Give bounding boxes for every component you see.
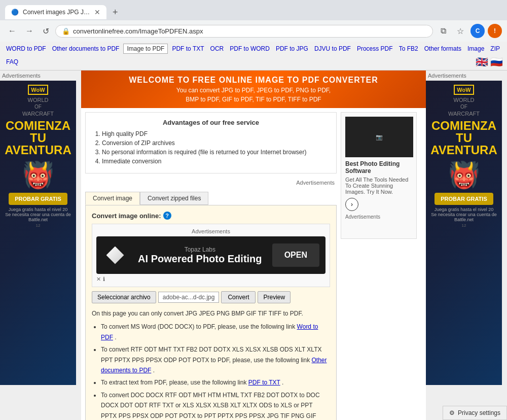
side-ad-label: Advertisements	[345, 214, 412, 220]
nav-other-formats[interactable]: Other formats	[422, 44, 463, 53]
pdf-to-txt-link[interactable]: PDF to TXT	[248, 379, 280, 386]
url-display: convertonlinefree.com/ImageToPDFEN.aspx	[73, 27, 426, 35]
tab-convert-image[interactable]: Convert image	[85, 192, 140, 205]
info-list: To convert MS Word (DOC DOCX) to PDF, pl…	[92, 322, 330, 420]
page-wrapper: WORD to PDF Other documents to PDF Image…	[0, 42, 507, 420]
ad-info-btn[interactable]: ℹ	[103, 276, 105, 283]
topaz-brand: Topaz Labs	[134, 246, 266, 253]
nav-pdf-to-word[interactable]: PDF to WORD	[228, 44, 272, 53]
browser-chrome: 🔵 Convert images JPG JPEG PNG B... ✕ + ←…	[0, 0, 507, 42]
wow-ad-right: WoW WORLD OF WARCRAFT COMIENZA TU AVENTU…	[426, 81, 502, 385]
wow-orc-icon-r: 👹	[448, 160, 480, 190]
reload-button[interactable]: ↺	[40, 24, 52, 38]
nav-zip[interactable]: ZIP	[488, 44, 502, 53]
browser-toolbar: ← → ↺ 🔒 convertonlinefree.com/ImageToPDF…	[0, 20, 507, 42]
wow-rating-text: Juega gratis hasta el nivel 20Se necesit…	[4, 207, 72, 222]
nav-pdf-to-jpg[interactable]: PDF to JPG	[274, 44, 310, 53]
tab-close-btn[interactable]: ✕	[94, 8, 100, 16]
privacy-label: Privacy settings	[458, 409, 500, 416]
privacy-icon: ⚙	[449, 409, 455, 416]
back-button[interactable]: ←	[5, 24, 19, 38]
nav-image-to-pdf[interactable]: Image to PDF	[123, 44, 168, 54]
nav-ocr[interactable]: OCR	[208, 44, 226, 53]
flag-ru-icon[interactable]: 🇷🇺	[490, 56, 503, 68]
info-item-1: To convert MS Word (DOC DOCX) to PDF, pl…	[101, 322, 330, 342]
nav-word-to-pdf[interactable]: WORD to PDF	[4, 44, 48, 53]
convert-button[interactable]: Convert	[221, 291, 256, 303]
banner-subtitle2: BMP to PDF, GIF to PDF, TIF to PDF, TIFF…	[86, 96, 421, 103]
wow-orc-icon: 👹	[22, 160, 54, 190]
info-item-2: To convert RTF ODT MHT TXT FB2 DOT DOTX …	[101, 344, 330, 375]
wow-ad-left: WoW WORLD OF WARCRAFT COMIENZA TU AVENTU…	[0, 81, 76, 385]
advantage-item-3: No personal information is required (fil…	[102, 149, 330, 156]
header-banner: WELCOME TO FREE ONLINE IMAGE TO PDF CONV…	[81, 71, 426, 108]
help-icon[interactable]: ?	[163, 212, 171, 220]
wow-logo: WoW	[28, 85, 48, 95]
advantages-heading: Advantages of our free service	[92, 119, 330, 126]
nav-faq[interactable]: FAQ	[4, 57, 20, 66]
wow-aventura-r: AVENTURA	[430, 144, 497, 156]
convert-online-text: Convert image online:	[92, 212, 161, 220]
tab-convert-zipped[interactable]: Convert zipped files	[140, 192, 208, 205]
right-ad-box[interactable]: WoW WORLD OF WARCRAFT COMIENZA TU AVENTU…	[426, 81, 502, 385]
new-tab-button[interactable]: +	[108, 5, 122, 20]
address-bar[interactable]: 🔒 convertonlinefree.com/ImageToPDFEN.asp…	[55, 25, 433, 38]
flag-uk-icon[interactable]: 🇬🇧	[476, 56, 488, 68]
privacy-bar[interactable]: ⚙ Privacy settings	[443, 406, 507, 420]
selected-file-name: adobe-ac...d-dc.jpg	[158, 292, 220, 303]
wow-world: WORLD	[28, 97, 49, 103]
left-ad-box[interactable]: WoW WORLD OF WARCRAFT COMIENZA TU AVENTU…	[0, 81, 76, 385]
advantage-item-2: Conversion of ZIP archives	[102, 139, 330, 147]
nav-other-docs[interactable]: Other documents to PDF	[50, 44, 122, 53]
nav-bar: WORD to PDF Other documents to PDF Image…	[0, 42, 507, 71]
topaz-open-btn[interactable]: OPEN	[272, 243, 319, 267]
nav-to-fb2[interactable]: To FB2	[397, 44, 420, 53]
wow-world-r: WORLD	[454, 97, 475, 103]
browser-tab[interactable]: 🔵 Convert images JPG JPEG PNG B... ✕	[5, 5, 106, 19]
main-layout: Advertisements WoW WORLD OF WARCRAFT COM…	[0, 71, 507, 420]
info-item-3: To extract text from PDF, please, use th…	[101, 377, 330, 388]
side-ad-area: 📷 Best Photo Editing Software Get All Th…	[341, 112, 422, 420]
select-file-button[interactable]: Seleccionar archivo	[92, 291, 156, 303]
nav-pdf-to-txt[interactable]: PDF to TXT	[170, 44, 206, 53]
left-ad-sidebar: Advertisements WoW WORLD OF WARCRAFT COM…	[0, 71, 81, 420]
wow-age-rating: 12	[36, 223, 41, 228]
profile-button[interactable]: C	[470, 24, 485, 38]
convert-online-label: Convert image online: ?	[92, 212, 330, 220]
convert-tabs: Convert image Convert zipped files	[85, 192, 337, 205]
info-item-4: To convert DOC DOCX RTF ODT MHT HTM HTML…	[101, 390, 330, 420]
topaz-logo	[102, 242, 128, 268]
alert-button[interactable]: !	[488, 24, 502, 38]
right-ad-sidebar: Advertisements WoW WORLD OF WARCRAFT COM…	[426, 71, 507, 420]
bookmark-button[interactable]: ☆	[453, 24, 467, 38]
wow-probar-btn-right[interactable]: PROBAR GRATIS	[434, 193, 493, 205]
photo-ad-btn[interactable]: ›	[345, 198, 358, 211]
advantage-item-1: High quality PDF	[102, 130, 330, 137]
banner-title: WELCOME TO FREE ONLINE IMAGE TO PDF CONV…	[86, 76, 421, 85]
wow-rating-right: Juega gratis hasta el nivel 20Se necesit…	[430, 207, 498, 222]
lock-icon: 🔒	[62, 27, 70, 35]
extensions-button[interactable]: ⧉	[436, 24, 450, 38]
convert-ad-label: Advertisements	[96, 228, 325, 234]
nav-image[interactable]: Image	[465, 44, 486, 53]
nav-djvu-to-pdf[interactable]: DJVU to PDF	[312, 44, 353, 53]
file-select-row: Seleccionar archivo adobe-ac...d-dc.jpg …	[92, 291, 330, 303]
tab-title: Convert images JPG JPEG PNG B...	[23, 9, 90, 16]
convert-ad-banner: Advertisements Topaz Labs AI Powered Pho…	[92, 224, 330, 287]
wow-probar-btn[interactable]: PROBAR GRATIS	[9, 193, 67, 205]
left-ad-label: Advertisements	[0, 71, 81, 81]
banner-subtitle1: You can convert JPG to PDF, JPEG to PDF,…	[86, 87, 421, 94]
ads-label-right: Advertisements	[85, 178, 337, 188]
side-photo-ad[interactable]: 📷 Best Photo Editing Software Get All Th…	[341, 112, 417, 239]
ad-close-btn[interactable]: ✕	[96, 276, 101, 283]
browser-titlebar: 🔵 Convert images JPG JPEG PNG B... ✕ +	[0, 0, 507, 20]
topaz-ad[interactable]: Topaz Labs AI Powered Photo Editing OPEN	[96, 236, 325, 274]
forward-button[interactable]: →	[22, 24, 37, 38]
preview-button[interactable]: Preview	[258, 291, 291, 303]
browser-actions: ⧉ ☆ C !	[436, 24, 502, 38]
topaz-diamond-icon	[106, 247, 124, 264]
wow-aventura: AVENTURA	[5, 144, 71, 156]
nav-process-pdf[interactable]: Process PDF	[355, 44, 395, 53]
photo-ad-img: 📷	[345, 117, 413, 157]
wow-tu-r: TU	[456, 132, 472, 144]
